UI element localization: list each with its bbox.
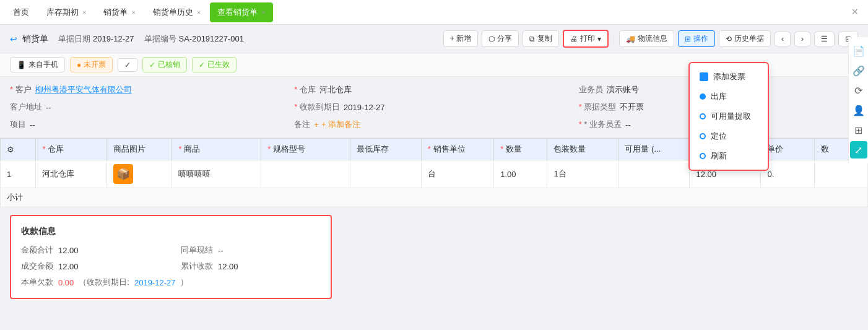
copy-button[interactable]: ⧉ 复制	[523, 30, 559, 47]
check-icon-button[interactable]: ✓	[118, 58, 137, 72]
salesperson-label: 业务员	[579, 84, 603, 95]
dropdown-locate[interactable]: 定位	[690, 126, 768, 146]
sidebar-user-icon[interactable]: 👤	[850, 102, 867, 119]
doc-title-section: ↩ 销货单	[10, 33, 48, 45]
customer-value[interactable]: 柳州粤港平安气体有限公司	[35, 84, 132, 95]
salesperson-value: 演示账号	[607, 84, 639, 95]
dropdown-avail-extract[interactable]: 可用量提取	[690, 106, 768, 126]
col-qty-header: * 数量	[494, 139, 547, 160]
total-amount-value: 12.00	[58, 246, 79, 255]
share-icon: ⬡	[488, 35, 495, 43]
cell-qty: 1.00	[494, 160, 547, 188]
doc-icon: ↩	[10, 34, 17, 44]
cell-min-stock	[350, 160, 421, 188]
operate-button[interactable]: ⊞ 操作	[678, 30, 715, 47]
grid-icon: ⊞	[685, 35, 691, 43]
doc-number-label: 单据编号	[144, 33, 176, 45]
subtotal-label: 小计	[1, 188, 868, 207]
sidebar-link-icon[interactable]: 🔗	[850, 62, 867, 79]
dropdown-menu: 添加发票 出库 可用量提取 定位 刷新	[688, 62, 769, 171]
ticket-icon: ●	[77, 61, 81, 69]
payment-date-label: 收款到期日	[294, 102, 340, 113]
summary-total-amount: 金额合计 12.00	[21, 245, 161, 256]
share-button-label: 分享	[497, 33, 512, 44]
doc-type: 销货单	[22, 33, 48, 45]
tab-view-sales-close[interactable]: ×	[261, 9, 265, 16]
effective-button[interactable]: ✓ 已生效	[192, 57, 237, 72]
tab-home[interactable]: 首页	[5, 2, 37, 22]
history-button[interactable]: ⟲ 历史单据	[719, 30, 771, 47]
project-field: 项目 --	[10, 119, 289, 130]
share-button[interactable]: ⬡ 分享	[482, 30, 519, 47]
window-close-button[interactable]: ×	[846, 6, 863, 19]
next-button[interactable]: ›	[794, 32, 810, 46]
address-label: 客户地址	[10, 102, 42, 113]
list-view-button[interactable]: ☰	[814, 32, 835, 46]
accumulated-label: 累计收款	[181, 261, 213, 272]
logistics-button[interactable]: 🚚 物流信息	[619, 30, 674, 47]
dropdown-outbound[interactable]: 出库	[690, 87, 768, 106]
toolbar: + 新增 ⬡ 分享 ⧉ 复制 🖨 打印 ▾ 🚚 物流信息 ⊞ 操作	[443, 30, 858, 48]
due-amount-label: 本单欠款	[21, 277, 53, 288]
add-note-button[interactable]: + + 添加备注	[314, 119, 360, 130]
phone-icon: 📱	[17, 61, 26, 69]
sidebar-doc-icon[interactable]: 📄	[850, 42, 867, 59]
col-gear: ⚙	[1, 139, 36, 160]
effective-icon: ✓	[199, 61, 205, 69]
refresh-icon	[700, 153, 706, 159]
new-button[interactable]: + 新增	[443, 30, 478, 47]
doc-number-group: 单据编号 SA-20191227-001	[144, 33, 245, 45]
sidebar-refresh-icon[interactable]: ⟳	[850, 82, 867, 99]
print-button-label: 打印	[580, 33, 595, 44]
dropdown-refresh[interactable]: 刷新	[690, 146, 768, 166]
note-field: 备注 + + 添加备注	[294, 119, 573, 130]
prev-button[interactable]: ‹	[775, 32, 791, 46]
cell-img: 📦	[107, 160, 172, 188]
from-phone-button[interactable]: 📱 来自手机	[10, 57, 65, 72]
sidebar-expand-icon[interactable]: ⤢	[850, 141, 867, 158]
summary-due-amount: 本单欠款 0.00 （收款到期日: 2019-12-27 ）	[21, 277, 321, 288]
same-settle-label: 同单现结	[181, 245, 213, 256]
tab-view-sales[interactable]: 查看销货单 ×	[210, 2, 272, 22]
tab-inventory-close[interactable]: ×	[82, 9, 86, 16]
logistics-button-label: 物流信息	[638, 33, 667, 44]
verified-button[interactable]: ✓ 已核销	[142, 57, 187, 72]
tab-home-label: 首页	[13, 7, 29, 18]
project-label: 项目	[10, 119, 26, 130]
add-invoice-label: 添加发票	[713, 71, 745, 82]
not-open-ticket-button[interactable]: ● 未开票	[70, 57, 113, 72]
cell-pkg-qty: 1台	[547, 160, 618, 188]
dropdown-add-invoice[interactable]: 添加发票	[690, 67, 768, 87]
cell-unit: 台	[421, 160, 493, 188]
tab-sales-history-close[interactable]: ×	[197, 9, 201, 16]
history-button-label: 历史单据	[734, 33, 764, 44]
tab-inventory[interactable]: 库存期初 ×	[38, 2, 94, 22]
payment-date-field: 收款到期日 2019-12-27	[294, 102, 573, 113]
tab-sales-close[interactable]: ×	[131, 9, 135, 16]
tab-sales-history[interactable]: 销货单历史 ×	[145, 2, 209, 22]
add-note-icon: +	[314, 120, 319, 129]
refresh-label: 刷新	[711, 150, 727, 162]
col-unit-header: * 销售单位	[421, 139, 493, 160]
deal-amount-value: 12.00	[58, 262, 79, 271]
warehouse-field: 仓库 河北仓库	[294, 84, 573, 95]
total-amount-label: 金额合计	[21, 245, 53, 256]
sidebar-grid-icon[interactable]: ⊞	[850, 121, 867, 139]
summary-deal-amount: 成交金额 12.00	[21, 261, 161, 272]
deal-amount-label: 成交金额	[21, 261, 53, 272]
from-phone-label: 来自手机	[28, 59, 58, 70]
verified-icon: ✓	[149, 61, 155, 69]
print-button[interactable]: 🖨 打印 ▾	[563, 30, 609, 48]
summary-same-settle: 同单现结 --	[181, 245, 321, 256]
table-footer-row: 小计	[1, 188, 868, 207]
tab-sales[interactable]: 销货单 ×	[95, 2, 143, 22]
address-field: 客户地址 --	[10, 102, 289, 113]
outbound-icon	[700, 93, 706, 100]
payment-date-value: 2019-12-27	[344, 103, 385, 112]
due-amount-value: 0.00	[58, 278, 74, 287]
add-invoice-icon	[700, 72, 708, 81]
project-value: --	[30, 120, 35, 129]
copy-button-label: 复制	[537, 33, 552, 44]
product-image: 📦	[113, 164, 133, 184]
warehouse-value: 河北仓库	[319, 84, 352, 95]
